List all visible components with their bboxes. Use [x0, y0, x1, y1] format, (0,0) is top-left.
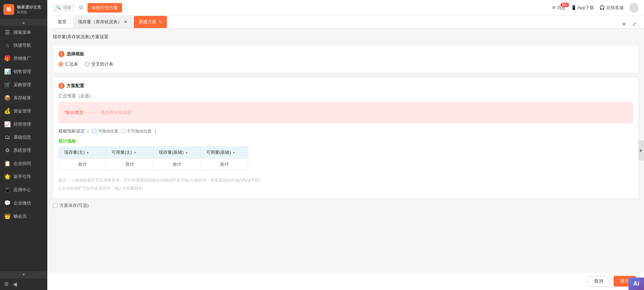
radio-summary[interactable]: 汇总表	[58, 61, 78, 67]
col-stock-main-header[interactable]: 现存量(主) ▾	[59, 147, 106, 158]
sidebar-item-search-menu[interactable]: ☰搜索菜单	[0, 26, 47, 39]
col-available-aux-header[interactable]: 可用量(基辅) ▾	[201, 147, 248, 158]
col-available-aux-label: 可用量(基辅)	[206, 149, 231, 155]
sidebar-item-enterprise-wechat[interactable]: 💬企业微信	[0, 196, 47, 210]
step1-badge: 1	[58, 51, 65, 57]
step2-label: 方案配置	[67, 83, 84, 89]
tabs-right-actions: ✕ ⤢	[620, 20, 639, 28]
col-available-aux-chevron[interactable]: ▾	[233, 151, 235, 154]
col-available-main-header[interactable]: 可用量(主) ▾	[106, 147, 153, 158]
radio-cross-dot[interactable]	[85, 62, 90, 67]
tab-inventory-status[interactable]: 现存量（库存状况表） ✕	[73, 16, 132, 28]
ai-badge-button[interactable]: Ai	[628, 277, 644, 290]
stats-table-body: 合计 合计 合计 合计	[59, 158, 248, 170]
sidebar-scroll-down[interactable]: ▼	[0, 271, 47, 278]
sidebar-item-system[interactable]: ⚙系统管理	[0, 144, 47, 157]
sidebar-label-search-menu: 搜索菜单	[14, 29, 31, 35]
summary-dimension-label: 汇总维度（必选）	[58, 93, 633, 99]
sidebar-item-app-center[interactable]: 📱应用中心	[0, 183, 47, 196]
logo-icon: 畅	[3, 4, 14, 15]
collapse-icon[interactable]: ◀	[13, 281, 17, 287]
col-available-aux-body: 合计	[201, 159, 248, 170]
sidebar-icon-enterprise: 📋	[4, 160, 11, 167]
sidebar-icon-member: 👑	[4, 213, 11, 219]
sidebar-label-purchase: 采购管理	[14, 82, 31, 88]
online-service-button[interactable]: 🎧 在线客服	[599, 5, 624, 11]
headset-icon: 🎧	[599, 5, 605, 10]
message-button[interactable]: ✉ 消息 99+	[552, 5, 566, 11]
logo-text: 畅康通好生意 标准版	[17, 5, 41, 15]
tab-home[interactable]: 首页	[53, 16, 72, 28]
tab-new-scheme-label: 新建方案	[139, 19, 156, 25]
legend-draggable-box	[92, 129, 97, 134]
search-placeholder: 搜索	[63, 5, 71, 10]
sidebar-item-purchase[interactable]: 🛒采购管理	[0, 78, 47, 91]
step2-panel: 2 方案配置 汇总维度（必选） *纵向维度 —— 请选择分组维度 模板指标设定（…	[53, 77, 639, 198]
dimension-required-label: *纵向维度	[64, 110, 83, 116]
sidebar-item-newcomer[interactable]: 🌟新手引导	[0, 170, 47, 183]
radio-summary-dot[interactable]	[58, 62, 63, 67]
stats-section-label: 统计指标	[58, 138, 633, 144]
sidebar-label-enterprise: 企业协同	[14, 161, 31, 167]
user-avatar[interactable]	[629, 3, 639, 13]
sidebar-icon-basic-info: 🗂	[4, 134, 11, 140]
cancel-button[interactable]: 取消	[587, 276, 610, 287]
sidebar-label-enterprise-wechat: 企业微信	[14, 200, 31, 206]
col-stock-main-label: 现存量(主)	[64, 149, 85, 155]
search-icon: 🔍	[56, 5, 61, 10]
sidebar-icon-enterprise-wechat: 💬	[4, 200, 11, 206]
app-download-button[interactable]: 📱 App下载	[571, 5, 594, 11]
sidebar-item-operations[interactable]: 📈经营管理	[0, 118, 47, 131]
sidebar-icon-operations: 📈	[4, 121, 11, 127]
radio-cross-label: 交叉统计表	[91, 61, 113, 67]
sidebar-item-member[interactable]: 👑畅会员	[0, 210, 47, 223]
sidebar-label-operations: 经营管理	[14, 121, 31, 127]
col-stock-aux-header[interactable]: 现存量(基辅) ▾	[153, 147, 201, 158]
col-stock-aux-label: 现存量(基辅)	[159, 149, 184, 155]
tab-new-scheme-close[interactable]: ✕	[158, 20, 162, 24]
save-scheme-row: 方案保存(可选)	[53, 202, 639, 209]
col-stock-aux-chevron[interactable]: ▾	[186, 151, 188, 154]
sidebar-item-enterprise[interactable]: 📋企业协同	[0, 157, 47, 170]
sidebar-icon-system: ⚙	[4, 147, 11, 153]
sidebar-scroll-up[interactable]: ▲	[0, 19, 47, 26]
dimension-divider: ——	[88, 110, 96, 115]
step1-label: 选择模板	[67, 51, 84, 57]
gear-icon[interactable]: ⚙	[79, 4, 83, 11]
radio-summary-label: 汇总表	[65, 61, 78, 67]
page-title: 现存量(库存状况表)方案设置	[53, 34, 639, 40]
tab-home-label: 首页	[58, 19, 67, 25]
stats-table-header: 现存量(主) ▾ 可用量(主) ▾ 现存量(基辅) ▾ 可用量(基辅) ▾	[59, 147, 248, 158]
sidebar-item-sales[interactable]: 📊销售管理	[0, 65, 47, 78]
tab-bar: 首页 现存量（库存状况表） ✕ 新建方案 ✕ ✕ ⤢	[47, 16, 644, 28]
sidebar-item-basic-info[interactable]: 🗂基础信息	[0, 131, 47, 144]
tab-inventory-close[interactable]: ✕	[124, 20, 127, 24]
sidebar-item-marketing[interactable]: 🎁营销推广	[0, 52, 47, 65]
tab-new-scheme[interactable]: 新建方案 ✕	[134, 16, 167, 28]
col-available-main-chevron[interactable]: ▾	[134, 151, 136, 154]
indicator-settings: 模板指标设定（ 可拖动位置 不可拖动位置 ）	[58, 128, 633, 134]
dimension-area[interactable]: *纵向维度 —— 请选择分组维度	[58, 102, 633, 123]
sidebar-label-finance: 资金管理	[14, 108, 31, 114]
tab-expand-button[interactable]: ⤢	[630, 20, 639, 28]
radio-cross[interactable]: 交叉统计表	[85, 61, 113, 67]
topbar: 🔍 搜索 ⚙ 体验行业方案 ✉ 消息 99+ 📱 App下载 🎧 在线客服	[47, 0, 644, 16]
trial-button[interactable]: 体验行业方案	[88, 3, 122, 13]
template-options: 汇总表 交叉统计表	[58, 61, 633, 67]
sidebar-item-quick-nav[interactable]: ⌂快捷导航	[0, 39, 47, 52]
sidebar: 畅 畅康通好生意 标准版 ▲ ☰搜索菜单⌂快捷导航🎁营销推广📊销售管理🛒采购管理…	[0, 0, 47, 290]
sidebar-icon-newcomer: 🌟	[4, 173, 11, 180]
sidebar-icon-marketing: 🎁	[4, 55, 11, 62]
right-collapse-button[interactable]: ▶	[639, 140, 644, 161]
settings-icon[interactable]: ⚙	[4, 281, 9, 287]
tips-label: 提示：	[58, 178, 71, 183]
tab-close-all-button[interactable]: ✕	[620, 20, 628, 28]
sidebar-item-inventory[interactable]: 📦库存核算	[0, 91, 47, 104]
sidebar-item-finance[interactable]: 💰资金管理	[0, 104, 47, 118]
col-stock-main-chevron[interactable]: ▾	[87, 151, 89, 154]
search-bar[interactable]: 🔍 搜索	[53, 3, 75, 12]
save-scheme-checkbox[interactable]	[53, 203, 57, 208]
tips-section: 提示： 1.拖动标题栏可以调整布局，不可跨维度或指标区域拖动栏目字段(只能在同一…	[58, 177, 633, 192]
step2-title: 2 方案配置	[58, 83, 633, 89]
col-available-main-body: 合计	[106, 159, 153, 170]
